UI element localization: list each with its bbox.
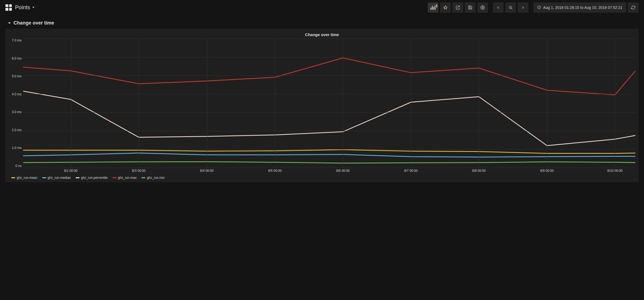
legend-swatch bbox=[11, 177, 15, 178]
gridline-vertical bbox=[275, 39, 275, 168]
legend-item[interactable]: ghz_run.max bbox=[113, 176, 137, 180]
x-tick-label: 8/10 00:00 bbox=[607, 169, 623, 173]
dashboard-title[interactable]: Points bbox=[15, 4, 34, 11]
gridline-horizontal bbox=[23, 112, 635, 113]
share-icon bbox=[456, 5, 460, 10]
legend-label: ghz_run.median bbox=[48, 176, 71, 180]
share-button[interactable] bbox=[452, 2, 463, 13]
legend-label: ghz_run.min bbox=[147, 176, 165, 180]
star-button[interactable] bbox=[440, 2, 451, 13]
series-line bbox=[23, 162, 635, 163]
gridline-vertical bbox=[139, 39, 139, 168]
time-range-text: Aug 1, 2018 01:28:15 to Aug 10, 2018 07:… bbox=[543, 5, 622, 10]
series-line bbox=[23, 91, 635, 145]
y-tick-label: 3.0 ms bbox=[12, 110, 22, 114]
series-line bbox=[23, 150, 635, 154]
legend-item[interactable]: ghz_run.min bbox=[141, 176, 165, 180]
x-axis: 8/2 00:008/3 00:008/4 00:008/5 00:008/6 … bbox=[23, 168, 635, 174]
refresh-icon bbox=[631, 5, 635, 10]
gridline-horizontal bbox=[23, 75, 635, 76]
x-tick-label: 8/2 00:00 bbox=[64, 169, 78, 173]
clock-icon bbox=[537, 5, 541, 9]
gridline-horizontal bbox=[23, 39, 635, 39]
zoom-out-icon bbox=[508, 5, 513, 10]
y-tick-label: 0 ns bbox=[15, 164, 22, 168]
gridline-vertical bbox=[71, 39, 71, 168]
refresh-button[interactable] bbox=[628, 2, 639, 13]
add-panel-button[interactable]: + bbox=[428, 2, 438, 13]
save-button[interactable] bbox=[465, 2, 476, 13]
bar-chart-plus-icon: + bbox=[431, 5, 435, 10]
legend-item[interactable]: ghz_run.median bbox=[42, 176, 71, 180]
y-tick-label: 6.0 ms bbox=[12, 57, 22, 60]
gridline-vertical bbox=[479, 39, 479, 168]
chevron-right-icon bbox=[521, 5, 525, 10]
gridline-vertical bbox=[547, 39, 547, 168]
gridline-vertical bbox=[343, 39, 343, 168]
y-tick-label: 1.0 ms bbox=[12, 146, 22, 150]
svg-marker-0 bbox=[444, 6, 447, 9]
legend-label: ghz_run.mean bbox=[17, 176, 37, 180]
legend-item[interactable]: ghz_run.mean bbox=[11, 176, 37, 180]
svg-line-3 bbox=[511, 8, 512, 9]
x-tick-label: 8/6 00:00 bbox=[336, 169, 349, 173]
panel-title: Change over time bbox=[9, 31, 635, 39]
gridline-vertical bbox=[411, 39, 411, 168]
caret-down-icon bbox=[32, 7, 34, 8]
legend-label: ghz_run.percentile bbox=[81, 176, 108, 180]
series-line bbox=[23, 58, 635, 95]
legend-swatch bbox=[141, 177, 145, 178]
y-axis: 7.0 ms6.0 ms5.0 ms4.0 ms3.0 ms2.0 ms1.0 … bbox=[9, 39, 23, 168]
x-tick-label: 8/8 00:00 bbox=[472, 169, 486, 173]
y-tick-label: 5.0 ms bbox=[12, 74, 22, 78]
save-icon bbox=[468, 5, 472, 10]
dashboard-title-text: Points bbox=[15, 4, 30, 11]
toolbar: + Aug 1, 2018 01:28:15 to Aug 10, 2018 0… bbox=[428, 2, 639, 13]
gridline-horizontal bbox=[23, 131, 635, 131]
legend-item[interactable]: ghz_run.percentile bbox=[76, 176, 108, 180]
row-title: Change over time bbox=[13, 20, 54, 26]
x-tick-label: 8/3 00:00 bbox=[132, 169, 146, 173]
time-range-picker[interactable]: Aug 1, 2018 01:28:15 to Aug 10, 2018 07:… bbox=[533, 2, 626, 13]
chevron-down-icon bbox=[8, 22, 11, 24]
gridline-horizontal bbox=[23, 94, 635, 94]
gridline-vertical bbox=[207, 39, 207, 168]
star-icon bbox=[443, 5, 448, 10]
y-tick-label: 4.0 ms bbox=[12, 92, 22, 96]
gridline-vertical bbox=[615, 39, 615, 168]
legend: ghz_run.meanghz_run.medianghz_run.percen… bbox=[9, 174, 635, 180]
x-tick-label: 8/5 00:00 bbox=[268, 169, 282, 173]
x-tick-label: 8/9 00:00 bbox=[540, 169, 554, 173]
plot-area[interactable] bbox=[23, 39, 635, 168]
settings-button[interactable] bbox=[477, 2, 488, 13]
legend-swatch bbox=[113, 177, 116, 178]
legend-swatch bbox=[42, 177, 46, 178]
x-tick-label: 8/4 00:00 bbox=[200, 169, 214, 173]
zoom-out-button[interactable] bbox=[505, 2, 516, 13]
chart-panel: Change over time 7.0 ms6.0 ms5.0 ms4.0 m… bbox=[5, 29, 639, 182]
chevron-left-icon bbox=[496, 5, 500, 10]
y-tick-label: 7.0 ms bbox=[12, 39, 22, 42]
row-header[interactable]: Change over time bbox=[0, 15, 644, 29]
chart-area[interactable]: 7.0 ms6.0 ms5.0 ms4.0 ms3.0 ms2.0 ms1.0 … bbox=[9, 39, 635, 168]
dashboard-grid-icon[interactable] bbox=[5, 4, 12, 11]
legend-swatch bbox=[76, 177, 79, 178]
gridline-horizontal bbox=[23, 57, 635, 57]
y-tick-label: 2.0 ms bbox=[12, 128, 22, 132]
prev-button[interactable] bbox=[493, 2, 504, 13]
gridline-horizontal bbox=[23, 149, 635, 149]
topbar: Points + bbox=[0, 0, 644, 15]
legend-label: ghz_run.max bbox=[118, 176, 137, 180]
svg-point-1 bbox=[482, 7, 483, 8]
line-chart-svg bbox=[23, 39, 635, 168]
gear-icon bbox=[480, 5, 485, 10]
x-tick-label: 8/7 00:00 bbox=[404, 169, 418, 173]
next-button[interactable] bbox=[518, 2, 528, 13]
